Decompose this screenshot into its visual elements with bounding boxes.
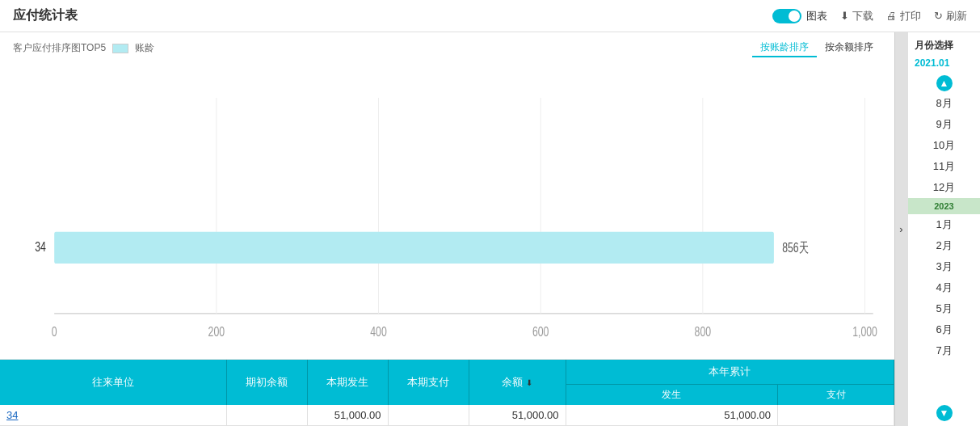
header-actions: 图表 ⬇ 下载 🖨 打印 ↻ 刷新 [772,9,967,23]
cell-current-occur: 51,000.00 [307,405,388,426]
print-label: 打印 [900,9,921,23]
chart-svg: 0 200 400 600 800 1,000 34 [13,64,881,359]
month-item-12[interactable]: 12月 [908,177,980,198]
col-occur-header: 本期发生 [307,360,388,405]
refresh-label: 刷新 [946,9,967,23]
month-item-10[interactable]: 10月 [908,135,980,156]
download-label: 下载 [852,9,873,23]
chart-toggle-label: 图表 [806,9,827,23]
cell-balance: 51,000.00 [469,405,566,426]
month-item-2[interactable]: 2月 [908,235,980,256]
svg-text:0: 0 [52,324,57,339]
col-period-header: 期初余额 [226,360,307,405]
svg-rect-13 [54,232,774,264]
svg-text:856天: 856天 [782,240,809,255]
chart-toggle[interactable] [772,9,801,23]
month-item-5[interactable]: 5月 [908,298,980,319]
table-area: 往来单位 期初余额 本期发生 本期支付 余额 ⬇ 本年累计 [0,359,894,426]
refresh-icon: ↻ [934,10,943,22]
month-item-6[interactable]: 6月 [908,319,980,340]
print-icon: 🖨 [886,10,897,22]
cell-year-occur: 51,000.00 [566,405,778,426]
sort-by-age-button[interactable]: 按账龄排序 [752,39,817,57]
refresh-button[interactable]: ↻ 刷新 [934,9,967,23]
legend-box [112,44,128,53]
month-item-7[interactable]: 7月 [908,340,980,361]
svg-text:800: 800 [695,324,711,339]
table-row: 34 51,000.00 51,000.00 51,000.00 [0,405,894,426]
table-header-row: 往来单位 期初余额 本期发生 本期支付 余额 ⬇ 本年累计 [0,360,894,385]
chart-toggle-wrap[interactable]: 图表 [772,9,827,23]
print-button[interactable]: 🖨 打印 [886,9,921,23]
cell-unit: 34 [0,405,226,426]
col-year-pay-header: 支付 [778,385,894,406]
svg-text:400: 400 [370,324,386,339]
month-item-3[interactable]: 3月 [908,256,980,277]
month-item-9[interactable]: 9月 [908,114,980,135]
cell-year-pay [778,405,894,426]
sidebar-wrapper: › 月份选择 2021.01 ▲ 8月 9月 10月 11月 12月 2023 … [894,32,980,426]
balance-sort-icon[interactable]: ⬇ [526,378,532,387]
month-sidebar: 月份选择 2021.01 ▲ 8月 9月 10月 11月 12月 2023 1月… [907,32,980,426]
sidebar-title: 月份选择 [908,36,980,56]
svg-text:200: 200 [208,324,225,339]
col-pay-header: 本期支付 [388,360,469,405]
scroll-up-button[interactable]: ▲ [936,75,953,91]
data-table: 往来单位 期初余额 本期发生 本期支付 余额 ⬇ 本年累计 [0,360,894,426]
legend-box-label: 账龄 [135,41,154,55]
month-list: 8月 9月 10月 11月 12月 2023 1月 2月 3月 4月 5月 6月… [908,93,980,403]
sidebar-expand-button[interactable]: › [894,32,907,426]
cell-period-balance [226,405,307,426]
cell-current-pay [388,405,469,426]
chart-wrap: 0 200 400 600 800 1,000 34 [0,64,894,359]
unit-link[interactable]: 34 [6,409,18,421]
svg-text:34: 34 [35,239,46,254]
chart-header: 客户应付排序图TOP5 账龄 按账龄排序 按余额排序 [0,39,894,64]
col-balance-header: 余额 ⬇ [469,360,566,405]
sidebar-selected-month: 2021.01 [908,56,980,74]
chart-legend: 客户应付排序图TOP5 账龄 [13,41,154,55]
page-title: 应付统计表 [13,7,78,24]
scroll-down-button[interactable]: ▼ [936,405,953,421]
col-year-header: 本年累计 [566,360,894,385]
chart-sort: 按账龄排序 按余额排序 [752,39,881,57]
svg-text:1,000: 1,000 [852,324,877,339]
expand-icon: › [899,223,902,235]
month-item-4[interactable]: 4月 [908,277,980,298]
col-unit-header: 往来单位 [0,360,226,405]
year-marker-2023: 2023 [908,198,980,214]
sort-by-balance-button[interactable]: 按余额排序 [817,39,881,57]
legend-text: 客户应付排序图TOP5 [13,41,106,55]
month-item-11[interactable]: 11月 [908,156,980,177]
download-button[interactable]: ⬇ 下载 [840,9,873,23]
month-item-1[interactable]: 1月 [908,214,980,235]
table-wrap: 往来单位 期初余额 本期发生 本期支付 余额 ⬇ 本年累计 [0,360,894,426]
svg-text:600: 600 [532,324,549,339]
month-item-8[interactable]: 8月 [908,93,980,114]
download-icon: ⬇ [840,10,849,22]
col-year-occur-header: 发生 [566,385,778,406]
